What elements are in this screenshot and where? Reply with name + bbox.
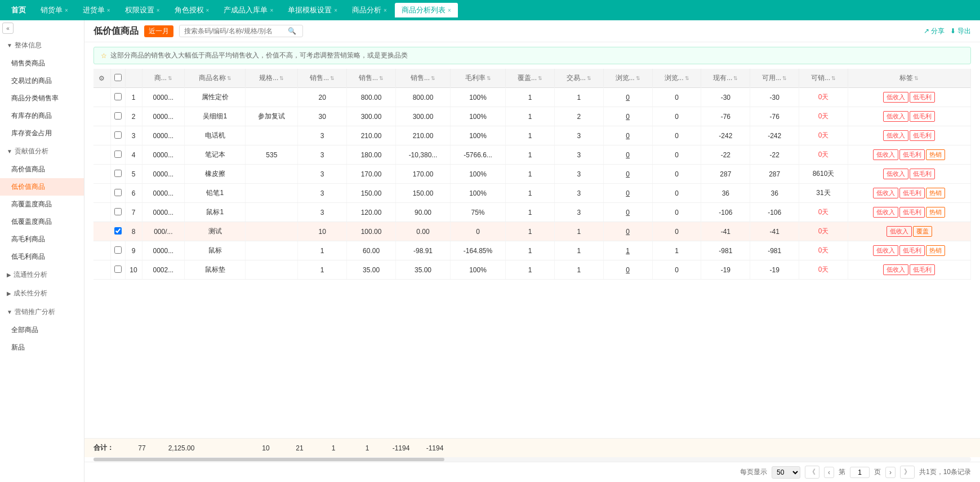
- col-gross-rate[interactable]: 毛利率⇅: [451, 69, 506, 88]
- sidebar-item-stock-capital[interactable]: 库存资金占用: [0, 125, 84, 142]
- sidebar-item-sales-goods[interactable]: 销售类商品: [0, 55, 84, 72]
- prev-page-btn[interactable]: ‹: [824, 467, 834, 478]
- row-checkbox-cell[interactable]: [110, 165, 125, 184]
- row-checkbox[interactable]: [114, 227, 122, 235]
- nav-role-auth[interactable]: 角色授权 ×: [168, 3, 216, 17]
- close-icon[interactable]: ×: [334, 7, 337, 14]
- sidebar-item-in-stock[interactable]: 有库存的商品: [0, 107, 84, 125]
- close-icon[interactable]: ×: [448, 7, 451, 14]
- page-number-input[interactable]: [850, 467, 870, 478]
- col-trade[interactable]: 交易...⇅: [554, 69, 603, 88]
- nav-purchase-order[interactable]: 进货单 ×: [76, 3, 117, 17]
- page-size-select[interactable]: 50 100 200: [772, 466, 800, 479]
- col-sales-qty[interactable]: 销售...⇅: [298, 69, 347, 88]
- col-sales-price[interactable]: 销售...⇅: [395, 69, 450, 88]
- export-btn[interactable]: ⬇ 导出: [950, 26, 971, 36]
- row-browse1[interactable]: 0: [603, 184, 652, 203]
- sidebar-item-low-value[interactable]: 低价值商品: [0, 178, 84, 196]
- row-checkbox[interactable]: [114, 151, 122, 158]
- row-checkbox[interactable]: [114, 246, 122, 254]
- col-coverage[interactable]: 覆盖...⇅: [506, 69, 555, 88]
- sidebar-collapse-btn[interactable]: «: [2, 23, 14, 34]
- sidebar-item-high-value[interactable]: 高价值商品: [0, 161, 84, 178]
- sidebar-item-traded-goods[interactable]: 交易过的商品: [0, 72, 84, 90]
- nav-template-setting[interactable]: 单据模板设置 ×: [281, 3, 344, 17]
- time-filter-btn[interactable]: 近一月: [144, 25, 173, 37]
- row-checkbox[interactable]: [114, 208, 122, 215]
- row-checkbox[interactable]: [114, 189, 122, 196]
- col-sales-amount[interactable]: 销售...⇅: [347, 69, 396, 88]
- row-checkbox-cell[interactable]: [110, 145, 125, 165]
- row-checkbox-cell[interactable]: [110, 88, 125, 107]
- row-checkbox-cell[interactable]: [110, 203, 125, 222]
- row-checkbox-cell[interactable]: [110, 184, 125, 203]
- settings-icon[interactable]: ⚙: [99, 74, 105, 82]
- sidebar-item-category-sales[interactable]: 商品分类销售率: [0, 90, 84, 107]
- row-browse1[interactable]: 0: [603, 88, 652, 107]
- sidebar-group-overall[interactable]: ▼ 整体信息: [0, 36, 84, 55]
- col-settings[interactable]: ⚙: [93, 69, 110, 88]
- row-checkbox-cell[interactable]: [110, 126, 125, 145]
- sidebar-item-low-coverage[interactable]: 低覆盖度商品: [0, 213, 84, 231]
- row-browse1[interactable]: 0: [603, 222, 652, 241]
- col-name[interactable]: 商品名称⇅: [185, 69, 246, 88]
- sidebar-item-high-margin[interactable]: 高毛利商品: [0, 231, 84, 248]
- sidebar-group-marketing[interactable]: ▼ 营销推广分析: [0, 303, 84, 321]
- sidebar-group-circulation[interactable]: ▶ 流通性分析: [0, 266, 84, 284]
- close-icon[interactable]: ×: [157, 7, 160, 14]
- col-label[interactable]: 标签⇅: [848, 69, 970, 88]
- nav-product-analysis[interactable]: 商品分析 ×: [345, 3, 394, 17]
- sidebar-group-contribution[interactable]: ▼ 贡献值分析: [0, 142, 84, 161]
- row-browse1[interactable]: 0: [603, 260, 652, 280]
- nav-home[interactable]: 首页: [5, 3, 33, 17]
- nav-product-instock[interactable]: 产成品入库单 ×: [217, 3, 280, 17]
- col-browse2[interactable]: 浏览...⇅: [652, 69, 701, 88]
- search-icon[interactable]: 🔍: [288, 27, 296, 35]
- search-input[interactable]: [184, 27, 286, 35]
- col-checkbox[interactable]: [110, 69, 125, 88]
- nav-permission[interactable]: 权限设置 ×: [118, 3, 167, 17]
- row-checkbox-cell[interactable]: [110, 260, 125, 280]
- next-page-btn[interactable]: ›: [885, 467, 896, 478]
- row-browse1[interactable]: 0: [603, 165, 652, 184]
- share-btn[interactable]: ↗ 分享: [924, 26, 945, 36]
- row-checkbox[interactable]: [114, 266, 122, 273]
- row-checkbox-cell[interactable]: [110, 222, 125, 241]
- row-checkbox[interactable]: [114, 93, 122, 100]
- close-icon[interactable]: ×: [107, 7, 110, 14]
- col-browse1[interactable]: 浏览...⇅: [603, 69, 652, 88]
- row-browse1[interactable]: 0: [603, 145, 652, 165]
- first-page-btn[interactable]: 《: [805, 466, 819, 479]
- row-checkbox[interactable]: [114, 170, 122, 177]
- select-all-checkbox[interactable]: [114, 74, 122, 81]
- nav-product-analysis-list[interactable]: 商品分析列表 ×: [395, 3, 458, 17]
- sidebar-group-growth[interactable]: ▶ 成长性分析: [0, 284, 84, 303]
- sidebar-item-high-coverage[interactable]: 高覆盖度商品: [0, 196, 84, 213]
- col-current-stock[interactable]: 现有...⇅: [701, 69, 750, 88]
- row-checkbox-cell[interactable]: [110, 107, 125, 126]
- col-spec[interactable]: 规格...⇅: [246, 69, 298, 88]
- nav-sales-order[interactable]: 销货单 ×: [34, 3, 75, 17]
- close-icon[interactable]: ×: [384, 7, 387, 14]
- row-checkbox[interactable]: [114, 112, 122, 120]
- row-checkbox-cell[interactable]: [110, 241, 125, 260]
- row-name: 鼠标垫: [185, 260, 246, 280]
- close-icon[interactable]: ×: [206, 7, 210, 14]
- row-browse1[interactable]: 1: [603, 241, 652, 260]
- close-icon[interactable]: ×: [270, 7, 273, 14]
- row-browse1[interactable]: 0: [603, 203, 652, 222]
- sidebar-item-new-goods[interactable]: 新品: [0, 339, 84, 356]
- last-page-btn[interactable]: 》: [900, 466, 915, 479]
- col-sellable[interactable]: 可销...⇅: [799, 69, 848, 88]
- row-checkbox[interactable]: [114, 131, 122, 139]
- row-browse1[interactable]: 0: [603, 126, 652, 145]
- horizontal-scrollbar[interactable]: [93, 457, 971, 462]
- page-header: 低价值商品 近一月 🔍 ↗ 分享 ⬇ 导出: [84, 20, 980, 42]
- col-available[interactable]: 可用...⇅: [750, 69, 799, 88]
- sidebar-item-low-margin[interactable]: 低毛利商品: [0, 248, 84, 266]
- row-browse1[interactable]: 0: [603, 107, 652, 126]
- col-code[interactable]: 商...⇅: [142, 69, 185, 88]
- scrollbar-thumb[interactable]: [93, 458, 444, 461]
- close-icon[interactable]: ×: [65, 7, 68, 14]
- sidebar-item-all-goods[interactable]: 全部商品: [0, 321, 84, 339]
